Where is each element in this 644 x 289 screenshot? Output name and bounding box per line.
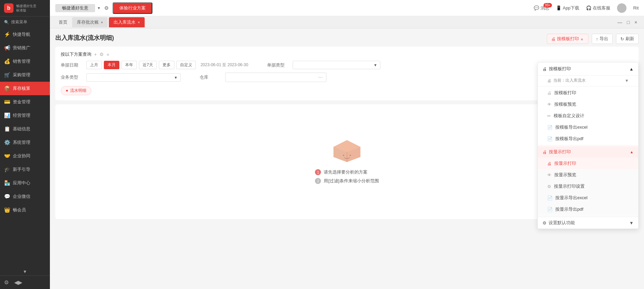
dropdown-item-display-pdf[interactable]: 📄 按显示导出pdf	[538, 204, 638, 215]
guide-icon: 🎓	[4, 166, 10, 173]
sidebar-item-inventory[interactable]: 📦 库存核算	[0, 82, 50, 95]
online-service-button[interactable]: 🎧 在线客服	[586, 5, 610, 11]
sidebar-item-purchase[interactable]: 🛒 采购管理	[0, 68, 50, 82]
date-this-year[interactable]: 本年	[121, 61, 137, 69]
warehouse-select[interactable]: ···	[225, 73, 326, 82]
bill-type-select[interactable]: ▾	[293, 61, 380, 69]
dropdown-item-template-preview[interactable]: 👁 按模板预览	[538, 99, 638, 110]
window-minimize-button[interactable]: —	[616, 18, 623, 26]
dropdown-item-template-pdf[interactable]: 📄 按模板导出pdf	[538, 133, 638, 144]
display-pdf-icon: 📄	[547, 207, 553, 212]
sidebar-item-operation[interactable]: 📊 经营管理	[0, 109, 50, 122]
user-avatar[interactable]	[617, 3, 626, 13]
template-excel-icon: 📄	[547, 125, 553, 130]
sidebar-item-wechat[interactable]: 💬 企业微信	[0, 190, 50, 203]
dropdown-display-group: 🖨 按显示打印 👁 按显示预览 ⚙ 按显示打印设置 📄 按显示导出excel 📄	[538, 158, 638, 215]
tabbar: 首页 库存批次账 × 出入库流水 × — □ ×	[50, 16, 644, 28]
sidebar-settings-icon[interactable]: ⚙	[4, 279, 9, 286]
template-print-icon: 🖨	[547, 90, 552, 96]
topbar-chevron-icon[interactable]: ▾	[98, 5, 100, 10]
dropdown-printer-icon: 🖨	[543, 67, 547, 72]
sidebar-item-finance[interactable]: 💳 资金管理	[0, 95, 50, 109]
sidebar-item-app-center[interactable]: 🏪 应用中心	[0, 176, 50, 190]
sidebar-item-guide[interactable]: 🎓 新手引导	[0, 163, 50, 176]
app-logo-icon: b	[4, 3, 13, 13]
filter-tag-item[interactable]: ● 流水明细	[61, 86, 91, 95]
current-chevron-icon: ▼	[625, 78, 629, 83]
dropdown-item-display-print[interactable]: 🖨 按显示打印	[538, 158, 638, 169]
step-2-num: 2	[315, 178, 321, 184]
sidebar-item-system[interactable]: ⚙️ 系统管理	[0, 136, 50, 149]
sidebar-item-quick-nav[interactable]: ⚡ 快捷导航	[0, 28, 50, 41]
window-close-button[interactable]: ×	[633, 18, 639, 26]
tab-inventory-batch-close[interactable]: ×	[101, 20, 103, 24]
sidebar-collapse-icon[interactable]: ◀▶	[14, 279, 22, 286]
message-badge: 99+	[544, 3, 552, 7]
date-more[interactable]: 更多	[159, 61, 174, 69]
dropdown-item-display-settings[interactable]: ⚙ 按显示打印设置	[538, 181, 638, 192]
warehouse-more-icon[interactable]: ···	[318, 74, 323, 80]
date-custom[interactable]: 自定义	[176, 61, 196, 69]
app-download-button[interactable]: 📱 App下载	[556, 5, 579, 11]
topbar-username: Rit	[633, 5, 639, 10]
page-content: 出入库流水(流水明细) 🖨 按模板打印 ▲ ↑ 导出 ↻ 刷新 按以下方案查询 …	[50, 28, 644, 289]
display-section-icon: 🖨	[543, 150, 547, 155]
biz-type-select[interactable]: ▾	[86, 73, 181, 82]
app-name: 畅捷通好生意 标准版	[16, 4, 36, 12]
quick-nav-icon: ⚡	[4, 31, 10, 37]
dropdown-item-display-preview[interactable]: 👁 按显示预览	[538, 169, 638, 181]
dropdown-footer[interactable]: ⚙ 设置默认功能 ▼	[538, 217, 638, 229]
sidebar-scroll-down[interactable]: ▼	[0, 268, 50, 275]
dropdown-item-display-excel[interactable]: 📄 按显示导出excel	[538, 192, 638, 204]
tab-inventory-batch[interactable]: 库存批次账 ×	[72, 17, 108, 27]
sidebar-item-vip[interactable]: 👑 畅会员	[0, 203, 50, 217]
sidebar: b 畅捷通好生意 标准版 🔍 搜索菜单 ⚡ 快捷导航 📢 营销推广 💰 销售管理…	[0, 0, 50, 289]
display-excel-icon: 📄	[547, 195, 553, 201]
dropdown-current[interactable]: 🖨 当前：出入库流水 ▼	[538, 76, 638, 85]
dropdown-chevron-icon[interactable]: ▲	[629, 67, 634, 72]
dropdown-item-template-print[interactable]: 🖨 按模板打印	[538, 87, 638, 99]
display-section-chevron: ▲	[630, 150, 634, 154]
date-last7[interactable]: 近7天	[139, 61, 157, 69]
inventory-icon: 📦	[4, 85, 10, 91]
filter-collapse-icon[interactable]: «	[107, 52, 109, 57]
date-last-month[interactable]: 上月	[86, 61, 102, 69]
page-actions: 🖨 按模板打印 ▲ ↑ 导出 ↻ 刷新	[547, 34, 639, 44]
refresh-icon: ↻	[620, 36, 624, 42]
purchase-icon: 🛒	[4, 72, 10, 78]
footer-chevron-icon: ▼	[629, 220, 634, 226]
filter-settings-icon[interactable]: ⚙	[99, 52, 104, 57]
sidebar-logo: b 畅捷通好生意 标准版	[0, 0, 50, 17]
dropdown-item-template-excel[interactable]: 📄 按模板导出excel	[538, 122, 638, 133]
sidebar-item-sales[interactable]: 💰 销售管理	[0, 55, 50, 68]
vip-icon: 👑	[4, 207, 10, 213]
topbar-user-name[interactable]: 畅捷通好生意	[55, 4, 95, 12]
filter-add-icon[interactable]: +	[94, 52, 97, 57]
dropdown-panel: 🖨 按模板打印 ▲ 🖨 当前：出入库流水 ▼ 🖨 按模板打印 👁	[537, 62, 639, 229]
template-print-button[interactable]: 🖨 按模板打印 ▲	[547, 34, 588, 44]
dropdown-section-display-print[interactable]: 🖨 按显示打印 ▲	[538, 146, 638, 158]
step-1-num: 1	[315, 169, 321, 175]
filter-title: 按以下方案查询	[61, 51, 91, 57]
topbar-gear-icon[interactable]: ⚙	[104, 5, 109, 11]
dropdown-item-template-custom[interactable]: ✏ 模板自定义设计	[538, 110, 638, 122]
sidebar-item-cooperation[interactable]: 🤝 企业协同	[0, 149, 50, 163]
export-icon: ↑	[596, 36, 598, 42]
template-pdf-icon: 📄	[547, 136, 553, 141]
tab-home[interactable]: 首页	[55, 17, 71, 27]
export-button[interactable]: ↑ 导出	[592, 34, 613, 44]
sidebar-item-basic[interactable]: 📋 基础信息	[0, 122, 50, 136]
divider-1	[538, 86, 638, 86]
sidebar-item-search[interactable]: 🔍 搜索菜单	[0, 17, 50, 28]
tab-in-out-flow[interactable]: 出入库流水 ×	[109, 17, 144, 27]
message-button[interactable]: 💬 消息 99+	[534, 5, 549, 11]
app-center-icon: 🏪	[4, 180, 10, 186]
trial-button[interactable]: 体验行业方案	[113, 2, 152, 14]
main-content: 畅捷通好生意 ▾ ⚙ 体验行业方案 💬 消息 99+ 📱 App下载 🎧 在线客…	[50, 0, 644, 289]
date-this-month[interactable]: 本月	[104, 61, 119, 69]
refresh-button[interactable]: ↻ 刷新	[616, 34, 639, 44]
tab-in-out-flow-close[interactable]: ×	[138, 20, 140, 24]
sidebar-item-marketing[interactable]: 📢 营销推广	[0, 41, 50, 55]
topbar-user[interactable]: 畅捷通好生意 ▾	[55, 4, 100, 12]
window-maximize-button[interactable]: □	[625, 18, 631, 26]
